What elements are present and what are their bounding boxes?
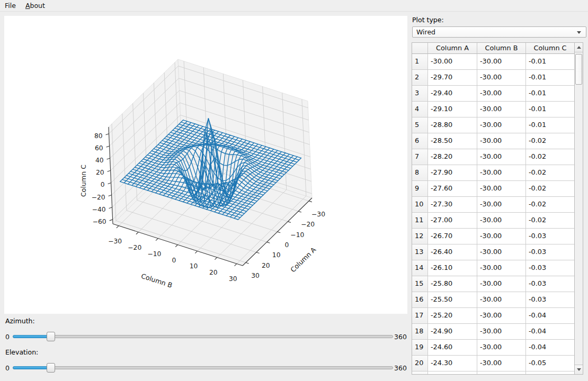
- table-cell[interactable]: -30.00: [477, 276, 526, 292]
- table-cell[interactable]: -30.00: [477, 149, 526, 165]
- table-cell[interactable]: -30.00: [477, 356, 526, 371]
- table-cell[interactable]: -26.10: [428, 260, 477, 276]
- table-cell[interactable]: -27.60: [428, 181, 477, 197]
- table-cell[interactable]: -0.01: [526, 86, 575, 102]
- table-cell[interactable]: -0.02: [526, 213, 575, 229]
- azimuth-slider-handle[interactable]: [47, 332, 55, 341]
- table-header-row: Column AColumn BColumn C: [412, 43, 583, 54]
- table-cell[interactable]: -0.04: [526, 340, 575, 356]
- table-cell[interactable]: -0.03: [526, 292, 575, 308]
- table-cell[interactable]: -0.04: [526, 308, 575, 324]
- table-cell[interactable]: -30.00: [477, 197, 526, 213]
- table-cell[interactable]: -29.10: [428, 102, 477, 117]
- table-scrollbar[interactable]: [574, 43, 583, 374]
- table-cell[interactable]: [428, 371, 477, 375]
- data-table: Column AColumn BColumn C1-30.00-30.00-0.…: [412, 42, 583, 375]
- elevation-slider[interactable]: [13, 366, 393, 369]
- row-number-cell: 5: [412, 117, 428, 133]
- table-cell[interactable]: -28.20: [428, 149, 477, 165]
- table-cell[interactable]: -27.90: [428, 165, 477, 181]
- row-number-cell: 19: [412, 340, 428, 356]
- column-header[interactable]: Column B: [477, 43, 526, 54]
- table-cell[interactable]: -25.50: [428, 292, 477, 308]
- menu-about[interactable]: About: [21, 1, 50, 11]
- table-corner-header[interactable]: [412, 43, 428, 54]
- menu-bar: File About: [0, 0, 588, 12]
- row-number-cell: 16: [412, 292, 428, 308]
- table-cell[interactable]: -30.00: [477, 70, 526, 86]
- table-cell[interactable]: -24.90: [428, 324, 477, 340]
- table-cell[interactable]: -0.02: [526, 181, 575, 197]
- table-cell[interactable]: -28.80: [428, 117, 477, 133]
- table-cell[interactable]: -24.30: [428, 356, 477, 371]
- scrollbar-thumb[interactable]: [575, 54, 582, 85]
- table-cell[interactable]: -30.00: [477, 86, 526, 102]
- table-cell[interactable]: [477, 371, 526, 375]
- table-cell[interactable]: -24.60: [428, 340, 477, 356]
- table-cell[interactable]: -0.01: [526, 70, 575, 86]
- plot-type-combobox[interactable]: Wired: [412, 26, 586, 38]
- table-cell[interactable]: -30.00: [477, 229, 526, 244]
- table-cell[interactable]: -30.00: [477, 102, 526, 117]
- table-cell[interactable]: -0.02: [526, 197, 575, 213]
- row-number-cell: 12: [412, 229, 428, 244]
- table-cell[interactable]: -25.20: [428, 308, 477, 324]
- table-cell[interactable]: -30.00: [477, 181, 526, 197]
- column-header[interactable]: Column A: [428, 43, 477, 54]
- table-cell[interactable]: -30.00: [477, 244, 526, 260]
- svg-text:10: 10: [190, 262, 198, 270]
- svg-text:−40: −40: [92, 206, 106, 213]
- table-cell[interactable]: -0.03: [526, 229, 575, 244]
- table-row: 14-26.10-30.00-0.03: [412, 260, 583, 276]
- chevron-down-icon: [577, 31, 581, 34]
- table-cell[interactable]: -26.70: [428, 229, 477, 244]
- table-cell[interactable]: -0.04: [526, 324, 575, 340]
- table-row: 11-27.00-30.00-0.02: [412, 213, 583, 229]
- table-cell[interactable]: -25.80: [428, 276, 477, 292]
- table-cell[interactable]: -0.02: [526, 165, 575, 181]
- table-cell[interactable]: -29.70: [428, 70, 477, 86]
- table-cell[interactable]: -27.00: [428, 213, 477, 229]
- table-cell[interactable]: -30.00: [477, 133, 526, 149]
- table-cell[interactable]: -30.00: [477, 165, 526, 181]
- elevation-slider-handle[interactable]: [47, 363, 55, 373]
- table-cell[interactable]: -29.40: [428, 86, 477, 102]
- table-cell[interactable]: -30.00: [477, 308, 526, 324]
- table-cell[interactable]: -0.02: [526, 149, 575, 165]
- row-number-cell: 11: [412, 213, 428, 229]
- table-cell[interactable]: -0.05: [526, 356, 575, 371]
- elevation-min-label: 0: [5, 364, 12, 372]
- scroll-down-button[interactable]: [575, 365, 583, 374]
- menu-file[interactable]: File: [0, 1, 21, 11]
- svg-text:−30: −30: [311, 211, 325, 218]
- table-cell[interactable]: -27.30: [428, 197, 477, 213]
- table-cell[interactable]: -0.03: [526, 276, 575, 292]
- table-cell[interactable]: -30.00: [477, 117, 526, 133]
- table-cell[interactable]: -30.00: [477, 292, 526, 308]
- scroll-up-button[interactable]: [575, 43, 583, 52]
- row-number-cell: 7: [412, 149, 428, 165]
- table-cell[interactable]: -30.00: [477, 213, 526, 229]
- svg-text:30: 30: [251, 272, 260, 279]
- column-header[interactable]: Column C: [526, 43, 575, 54]
- table-row: [412, 371, 583, 375]
- table-cell[interactable]: -30.00: [477, 54, 526, 70]
- elevation-label: Elevation:: [5, 348, 38, 356]
- table-cell[interactable]: -30.00: [477, 324, 526, 340]
- elevation-max-label: 360: [394, 364, 408, 372]
- table-cell[interactable]: -0.01: [526, 102, 575, 117]
- azimuth-slider[interactable]: [13, 335, 393, 338]
- table-cell[interactable]: -0.03: [526, 244, 575, 260]
- table-cell[interactable]: -0.02: [526, 133, 575, 149]
- table-row: 18-24.90-30.00-0.04: [412, 324, 583, 340]
- table-cell[interactable]: -30.00: [477, 260, 526, 276]
- table-cell[interactable]: -0.01: [526, 117, 575, 133]
- table-cell[interactable]: -30.00: [477, 340, 526, 356]
- table-cell[interactable]: -0.01: [526, 54, 575, 70]
- table-cell[interactable]: -0.03: [526, 260, 575, 276]
- table-cell[interactable]: [526, 371, 575, 375]
- table-cell[interactable]: -28.50: [428, 133, 477, 149]
- table-cell[interactable]: -26.40: [428, 244, 477, 260]
- svg-text:−10: −10: [147, 250, 161, 258]
- table-cell[interactable]: -30.00: [428, 54, 477, 70]
